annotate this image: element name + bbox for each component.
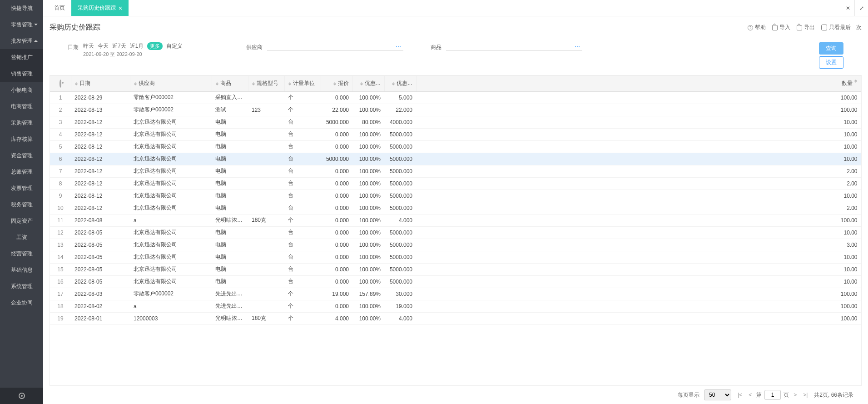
shortcut-today[interactable]: 今天 xyxy=(98,42,109,50)
sidebar-item-13[interactable]: 经营管理 xyxy=(0,245,43,262)
sidebar-item-4[interactable]: 电商管理 xyxy=(0,98,43,115)
date-range-text: 2021-09-20 至 2022-09-20 xyxy=(83,51,183,58)
help-icon: ? xyxy=(748,25,753,30)
filter-date: 日期 昨天 今天 近7天 近1月 更多 自定义 2021-09-20 至 202… xyxy=(68,42,183,58)
col-disc2[interactable]: 优惠... xyxy=(384,76,416,91)
table-row[interactable]: 182022-08-02a先进先出商品个0.000100.00%19.00010… xyxy=(50,300,861,312)
col-spec[interactable]: 规格型号 xyxy=(248,76,284,91)
per-page-label: 每页显示 xyxy=(678,391,699,399)
col-supplier[interactable]: 供应商 xyxy=(130,76,212,91)
page-header: 采购历史价跟踪 ?帮助 导入 导出 只看最后一次 xyxy=(50,23,862,32)
query-button[interactable]: 查询 xyxy=(819,42,843,55)
sidebar-item-16[interactable]: 企业协同 xyxy=(0,294,43,311)
col-qty[interactable]: 数量 xyxy=(416,76,861,91)
per-page-select[interactable]: 50 xyxy=(704,389,731,400)
col-product[interactable]: 商品 xyxy=(212,76,248,91)
table-row[interactable]: 72022-08-12北京迅达有限公司电脑台0.000100.00%5000.0… xyxy=(50,165,861,177)
table-row[interactable]: 142022-08-05北京迅达有限公司电脑台0.000100.00%5000.… xyxy=(50,251,861,263)
sidebar: 快捷导航零售管理批发管理营销推广销售管理小畅电商电商管理采购管理库存核算资金管理… xyxy=(0,0,43,404)
shortcut-more[interactable]: 更多 xyxy=(147,42,163,50)
settings-button[interactable]: 设置 xyxy=(819,56,843,69)
column-settings[interactable] xyxy=(50,76,71,91)
gear-icon xyxy=(60,80,61,88)
sidebar-item-15[interactable]: 系统管理 xyxy=(0,278,43,294)
last-only-checkbox[interactable]: 只看最后一次 xyxy=(821,24,862,31)
pager-page-label2: 页 xyxy=(784,391,789,399)
filter-panel: 日期 昨天 今天 近7天 近1月 更多 自定义 2021-09-20 至 202… xyxy=(50,38,862,75)
col-disc1[interactable]: 优惠... xyxy=(352,76,384,91)
tab-home[interactable]: 首页 xyxy=(48,0,71,16)
sidebar-subitem-2-1[interactable]: 销售管理 xyxy=(0,65,43,82)
fullscreen-button[interactable]: ⤢ xyxy=(854,0,868,16)
export-link[interactable]: 导出 xyxy=(797,24,815,31)
table-row[interactable]: 42022-08-12北京迅达有限公司电脑台0.000100.00%5000.0… xyxy=(50,128,861,140)
table-wrap[interactable]: 日期 供应商 商品 规格型号 计量单位 报价 优惠... 优惠... 数量 12… xyxy=(50,75,862,386)
shortcut-yesterday[interactable]: 昨天 xyxy=(83,42,94,50)
supplier-lookup-icon[interactable]: ⋯ xyxy=(394,43,403,50)
close-all-tabs-button[interactable]: ✕ xyxy=(841,0,854,16)
table-row[interactable]: 92022-08-12北京迅达有限公司电脑台0.000100.00%5000.0… xyxy=(50,190,861,202)
table-row[interactable]: 152022-08-05北京迅达有限公司电脑台0.000100.00%5000.… xyxy=(50,263,861,275)
table-row[interactable]: 82022-08-12北京迅达有限公司电脑台0.000100.00%5000.0… xyxy=(50,177,861,190)
col-unit[interactable]: 计量单位 xyxy=(284,76,321,91)
sidebar-item-6[interactable]: 库存核算 xyxy=(0,131,43,147)
tab-active[interactable]: 采购历史价跟踪 × xyxy=(71,0,129,16)
data-table: 日期 供应商 商品 规格型号 计量单位 报价 优惠... 优惠... 数量 12… xyxy=(50,76,861,325)
table-header-row: 日期 供应商 商品 规格型号 计量单位 报价 优惠... 优惠... 数量 xyxy=(50,76,861,91)
sidebar-item-8[interactable]: 总账管理 xyxy=(0,164,43,180)
sidebar-item-11[interactable]: 固定资产 xyxy=(0,213,43,229)
table-row[interactable]: 172022-08-03零散客户000002先进先出商品个19.000157.8… xyxy=(50,288,861,300)
sidebar-settings[interactable] xyxy=(0,388,43,404)
col-price[interactable]: 报价 xyxy=(321,76,352,91)
table-row[interactable]: 52022-08-12北京迅达有限公司电脑台0.000100.00%5000.0… xyxy=(50,140,861,153)
import-link[interactable]: 导入 xyxy=(772,24,790,31)
pager-prev[interactable]: < xyxy=(747,391,754,399)
pager: 每页显示 50 |< < 第 页 > >| 共2页, 66条记录 xyxy=(50,386,862,404)
product-input[interactable] xyxy=(446,42,571,50)
pager-page-input[interactable] xyxy=(764,390,781,400)
sidebar-item-14[interactable]: 基础信息 xyxy=(0,262,43,278)
table-row[interactable]: 162022-08-05北京迅达有限公司电脑台0.000100.00%5000.… xyxy=(50,275,861,288)
sidebar-item-9[interactable]: 发票管理 xyxy=(0,180,43,196)
filter-supplier-label: 供应商 xyxy=(246,42,263,51)
table-row[interactable]: 112022-08-08a光明咕浓咕...180克个0.000100.00%4.… xyxy=(50,214,861,226)
table-row[interactable]: 192022-08-0112000003光明咕浓咕...180克个4.00010… xyxy=(50,312,861,324)
shortcut-1month[interactable]: 近1月 xyxy=(130,42,144,50)
supplier-input[interactable] xyxy=(267,42,392,50)
tabbar: 首页 采购历史价跟踪 × ✕ ⤢ xyxy=(43,0,868,16)
sidebar-item-0[interactable]: 快捷导航 xyxy=(0,0,43,16)
sidebar-item-5[interactable]: 采购管理 xyxy=(0,115,43,131)
filter-product-label: 商品 xyxy=(431,42,441,51)
pager-last[interactable]: >| xyxy=(801,391,809,399)
table-row[interactable]: 102022-08-12北京迅达有限公司电脑台0.000100.00%5000.… xyxy=(50,202,861,214)
pager-first[interactable]: |< xyxy=(736,391,744,399)
gear-icon xyxy=(19,393,25,399)
tab-active-label: 采购历史价跟踪 xyxy=(78,4,116,12)
filter-date-label: 日期 xyxy=(68,42,79,51)
shortcut-custom[interactable]: 自定义 xyxy=(166,42,183,50)
sidebar-subitem-2-0[interactable]: 营销推广 xyxy=(0,49,43,65)
page-title: 采购历史价跟踪 xyxy=(50,23,100,32)
sidebar-item-1[interactable]: 零售管理 xyxy=(0,16,43,33)
import-icon xyxy=(772,25,778,30)
table-row[interactable]: 62022-08-12北京迅达有限公司电脑台5000.000100.00%500… xyxy=(50,153,861,165)
table-row[interactable]: 12022-08-29零散客户000002采购直入直出个0.000100.00%… xyxy=(50,91,861,104)
tab-close-icon[interactable]: × xyxy=(119,5,122,12)
sidebar-item-2[interactable]: 批发管理 xyxy=(0,33,43,49)
help-link[interactable]: ?帮助 xyxy=(748,24,766,31)
col-date[interactable]: 日期 xyxy=(71,76,130,91)
pager-summary: 共2页, 66条记录 xyxy=(814,391,853,399)
pager-page-label1: 第 xyxy=(756,391,762,399)
product-lookup-icon[interactable]: ⋯ xyxy=(573,43,582,50)
table-row[interactable]: 122022-08-05北京迅达有限公司电脑台0.000100.00%5000.… xyxy=(50,226,861,239)
pager-next[interactable]: > xyxy=(792,391,799,399)
table-row[interactable]: 32022-08-12北京迅达有限公司电脑台5000.00080.00%4000… xyxy=(50,116,861,128)
table-row[interactable]: 22022-08-13零散客户000002测试123个22.000100.00%… xyxy=(50,104,861,116)
sidebar-item-12[interactable]: 工资 xyxy=(0,229,43,245)
sidebar-item-7[interactable]: 资金管理 xyxy=(0,147,43,164)
shortcut-7days[interactable]: 近7天 xyxy=(112,42,126,50)
sidebar-item-3[interactable]: 小畅电商 xyxy=(0,82,43,98)
sidebar-item-10[interactable]: 税务管理 xyxy=(0,196,43,213)
table-row[interactable]: 132022-08-05北京迅达有限公司电脑台0.000100.00%5000.… xyxy=(50,239,861,251)
export-icon xyxy=(797,25,802,30)
